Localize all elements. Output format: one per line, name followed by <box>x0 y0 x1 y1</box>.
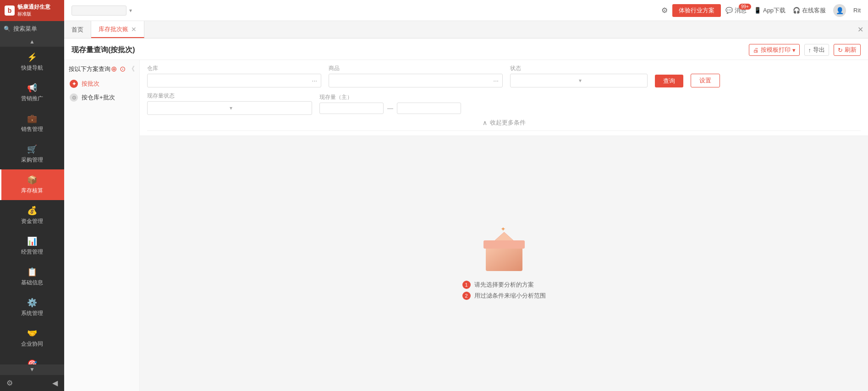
empty-illustration: ✦ <box>477 228 532 273</box>
step-2-num: 2 <box>462 292 471 300</box>
sidebar-item-label-inventory: 库存核算 <box>21 187 43 195</box>
topbar-right: 💬 消息 99+ 📱 App下载 🎧 在线客服 👤 Rit <box>725 4 861 17</box>
print-chevron-icon: ▾ <box>792 47 796 54</box>
filter-top-row: 仓库 ··· 商品 ··· <box>147 65 861 87</box>
status-label: 状态 <box>510 65 648 72</box>
warehouse-field: 仓库 ··· <box>147 65 321 87</box>
step-2-text: 用过滤条件来缩小分析范围 <box>474 292 546 300</box>
sidebar-item-system[interactable]: ⚙️ 系统管理 <box>0 292 64 323</box>
base-icon: 📋 <box>27 267 37 277</box>
tab-batch-account[interactable]: 库存批次账 ✕ <box>91 21 144 38</box>
tab-home[interactable]: 首页 <box>64 21 91 38</box>
goods-label: 商品 <box>329 65 503 72</box>
warehouse-more-icon[interactable]: ··· <box>312 77 317 84</box>
purchase-icon: 🛒 <box>27 144 37 154</box>
print-button[interactable]: 🖨 按模板打印 ▾ <box>749 44 800 56</box>
add-scheme-icon[interactable]: ⊕ <box>111 65 117 73</box>
scheme-item-by-warehouse-batch[interactable]: ⊙ 按仓库+批次 <box>64 91 139 104</box>
sidebar-item-label-enterprise: 企业协同 <box>21 340 43 348</box>
refresh-button[interactable]: ↻ 刷新 <box>834 44 861 56</box>
page-header-actions: 🖨 按模板打印 ▾ ↑ 导出 ↻ 刷新 <box>749 44 861 56</box>
sidebar-item-enterprise[interactable]: 🤝 企业协同 <box>0 323 64 353</box>
inventory-status-chevron-icon: ▾ <box>230 105 308 111</box>
collapse-panel-icon[interactable]: 《 <box>128 65 135 73</box>
operations-icon: 📊 <box>27 236 37 246</box>
username[interactable]: Rit <box>853 7 861 14</box>
qty-field: 现存量（主） — <box>319 93 484 114</box>
empty-illustration-svg: ✦ <box>477 228 532 273</box>
inventory-status-label: 现存量状态 <box>147 92 312 100</box>
online-service-label: 在线客服 <box>802 6 826 15</box>
qty-min-input[interactable] <box>319 103 384 114</box>
filter-bar: 仓库 ··· 商品 ··· <box>140 60 868 136</box>
scheme-header-actions: ⊕ ⊙ 《 <box>111 65 135 73</box>
scroll-down[interactable]: ▼ <box>0 364 64 375</box>
page-header: 现存量查询(按批次) 🖨 按模板打印 ▾ ↑ 导出 ↻ 刷新 <box>64 38 868 60</box>
printer-icon: 🖨 <box>753 47 759 54</box>
inventory-status-select[interactable]: ▾ <box>147 101 312 115</box>
scheme-dot-inactive: ⊙ <box>70 93 78 102</box>
sidebar-item-base[interactable]: 📋 基础信息 <box>0 261 64 292</box>
close-tab-icon[interactable]: ✕ <box>131 26 137 33</box>
step-1-text: 请先选择要分析的方案 <box>474 281 534 289</box>
qty-range: — <box>319 103 484 114</box>
sidebar-item-label-operations: 经营管理 <box>21 248 43 256</box>
setting-button[interactable]: 设置 <box>691 74 720 87</box>
sidebar-item-inventory[interactable]: 📦 库存核算 <box>0 169 64 200</box>
close-all-tabs-icon[interactable]: ✕ <box>853 25 868 34</box>
scheme-item-by-batch[interactable]: ✦ 按批次 <box>64 77 139 91</box>
app-download-button[interactable]: 📱 App下载 <box>754 6 786 15</box>
refresh-label: 刷新 <box>845 46 857 54</box>
scheme-panel: 按以下方案查询 ⊕ ⊙ 《 ✦ 按批次 ⊙ <box>64 60 140 391</box>
export-button[interactable]: ↑ 导出 <box>804 44 830 56</box>
sidebar-item-label-sales: 销售管理 <box>21 125 43 133</box>
topbar-gear-icon[interactable]: ⚙ <box>661 6 668 15</box>
system-icon: ⚙️ <box>27 298 37 308</box>
online-service-button[interactable]: 🎧 在线客服 <box>793 6 826 15</box>
sidebar-item-marketing[interactable]: 📢 营销推广 <box>0 77 64 108</box>
search-menu-label: 搜索菜单 <box>13 25 37 33</box>
sidebar-item-finance[interactable]: 💰 资金管理 <box>0 200 64 231</box>
edition-badge: 标准版 <box>17 11 50 17</box>
search-menu[interactable]: 🔍 搜索菜单 <box>0 21 64 37</box>
status-chevron-icon: ▾ <box>579 77 643 84</box>
scheme-settings-icon[interactable]: ⊙ <box>120 65 126 73</box>
collapse-label: 收起更多条件 <box>490 119 526 127</box>
tab-batch-account-label: 库存批次账 <box>99 25 128 33</box>
messages-button[interactable]: 💬 消息 99+ <box>725 6 747 15</box>
sidebar-item-newbie[interactable]: 🎯 新手引导 <box>0 353 64 364</box>
collapse-sidebar-icon[interactable]: ◀ <box>52 379 58 387</box>
goods-more-icon[interactable]: ··· <box>493 77 499 84</box>
page-content: 现存量查询(按批次) 🖨 按模板打印 ▾ ↑ 导出 ↻ 刷新 <box>64 38 868 391</box>
scheme-panel-title: 按以下方案查询 <box>69 65 110 73</box>
phone-icon: 📱 <box>754 7 761 14</box>
svg-rect-1 <box>486 246 522 271</box>
status-select[interactable]: ▾ <box>510 74 648 87</box>
scheme-item-label-by-warehouse-batch: 按仓库+批次 <box>82 93 115 102</box>
qty-label: 现存量（主） <box>319 93 484 101</box>
query-button[interactable]: 查询 <box>655 75 683 87</box>
sidebar-item-operations[interactable]: 📊 经营管理 <box>0 231 64 261</box>
goods-input-wrap[interactable]: ··· <box>329 74 503 87</box>
empty-step-1: 1 请先选择要分析的方案 <box>462 281 546 289</box>
sidebar-item-purchase[interactable]: 🛒 采购管理 <box>0 139 64 169</box>
collapse-filters-button[interactable]: ∧ 收起更多条件 <box>147 115 861 131</box>
brand-name: 畅康通好生意 <box>17 4 50 11</box>
trial-button[interactable]: 体验行业方案 <box>672 4 721 17</box>
warehouse-input[interactable] <box>151 77 312 84</box>
scroll-up[interactable]: ▲ <box>0 37 64 47</box>
empty-step-2: 2 用过滤条件来缩小分析范围 <box>462 292 546 300</box>
warehouse-input-wrap[interactable]: ··· <box>147 74 321 87</box>
sidebar-item-sales[interactable]: 💼 销售管理 <box>0 108 64 139</box>
topbar-breadcrumb: ▾ <box>71 5 657 16</box>
sidebar-item-label-base: 基础信息 <box>21 279 43 287</box>
breadcrumb-input[interactable] <box>71 5 126 16</box>
qty-max-input[interactable] <box>397 103 461 114</box>
goods-input[interactable] <box>333 77 493 84</box>
sidebar-item-label-marketing: 营销推广 <box>21 95 43 103</box>
settings-icon[interactable]: ⚙ <box>6 379 13 387</box>
user-avatar[interactable]: 👤 <box>833 4 846 17</box>
enterprise-icon: 🤝 <box>27 328 37 338</box>
sales-icon: 💼 <box>27 114 37 124</box>
sidebar-item-shortcuts[interactable]: ⚡ 快捷导航 <box>0 47 64 77</box>
